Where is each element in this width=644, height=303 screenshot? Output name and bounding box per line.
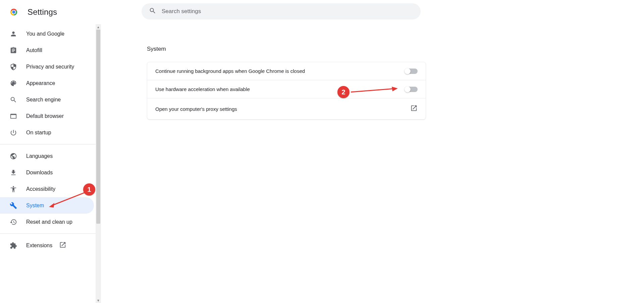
sidebar-item-label: Autofill <box>26 47 42 53</box>
chrome-logo-icon <box>9 7 19 17</box>
toggle-knob <box>405 68 411 74</box>
settings-row-label: Open your computer's proxy settings <box>155 106 237 112</box>
toggle-switch[interactable] <box>405 87 418 92</box>
clipboard-icon <box>9 46 17 54</box>
browser-icon <box>9 112 17 120</box>
sidebar-item-you-and-google[interactable]: You and Google <box>0 26 94 42</box>
globe-icon <box>9 152 17 160</box>
sidebar-container: You and GoogleAutofillPrivacy and securi… <box>0 24 101 303</box>
sidebar-item-system[interactable]: System <box>0 197 94 214</box>
sidebar-item-default-browser[interactable]: Default browser <box>0 108 94 124</box>
sidebar-item-label: Search engine <box>26 97 61 103</box>
sidebar-item-label: System <box>26 203 44 209</box>
sidebar-item-languages[interactable]: Languages <box>0 148 94 164</box>
history-icon <box>9 218 17 226</box>
sidebar-item-label: Default browser <box>26 113 64 119</box>
download-icon <box>9 169 17 177</box>
toggle-knob <box>405 86 411 92</box>
toggle-switch[interactable] <box>405 69 418 74</box>
sidebar-item-on-startup[interactable]: On startup <box>0 124 94 141</box>
person-icon <box>9 30 17 38</box>
sidebar-divider <box>0 144 96 144</box>
sidebar-item-privacy-and-security[interactable]: Privacy and security <box>0 58 94 75</box>
palette-icon <box>9 79 17 87</box>
sidebar-item-label: Appearance <box>26 80 55 86</box>
sidebar-item-label: Reset and clean up <box>26 219 72 225</box>
settings-row-label: Use hardware acceleration when available <box>155 86 250 92</box>
settings-card: Continue running background apps when Go… <box>147 62 426 120</box>
power-icon <box>9 129 17 137</box>
scroll-up-button[interactable]: ▲ <box>96 24 101 30</box>
scroll-down-button[interactable]: ▼ <box>96 298 101 303</box>
settings-row[interactable]: Open your computer's proxy settings <box>147 98 426 119</box>
wrench-icon <box>9 202 17 210</box>
search-input[interactable] <box>162 8 413 15</box>
scroll-thumb[interactable] <box>96 30 100 224</box>
settings-row: Use hardware acceleration when available <box>147 80 426 98</box>
settings-row: Continue running background apps when Go… <box>147 62 426 80</box>
sidebar-item-appearance[interactable]: Appearance <box>0 75 94 91</box>
search-icon <box>9 96 17 104</box>
page-title: Settings <box>28 7 57 17</box>
sidebar-item-extensions[interactable]: Extensions <box>0 237 94 254</box>
shield-icon <box>9 63 17 71</box>
sidebar-item-label: Privacy and security <box>26 64 74 70</box>
sidebar-item-search-engine[interactable]: Search engine <box>0 91 94 108</box>
sidebar-item-reset-and-clean-up[interactable]: Reset and clean up <box>0 214 94 230</box>
sidebar-item-accessibility[interactable]: Accessibility <box>0 181 94 197</box>
main-content: System Continue running background apps … <box>101 24 644 303</box>
settings-row-label: Continue running background apps when Go… <box>155 68 305 74</box>
sidebar-nav: You and GoogleAutofillPrivacy and securi… <box>0 24 96 303</box>
sidebar-item-autofill[interactable]: Autofill <box>0 42 94 58</box>
sidebar-scrollbar[interactable]: ▲ ▼ <box>96 24 101 303</box>
sidebar-item-label: Accessibility <box>26 186 55 192</box>
sidebar-item-downloads[interactable]: Downloads <box>0 164 94 181</box>
section-title: System <box>147 46 644 52</box>
sidebar-item-label: You and Google <box>26 31 64 37</box>
sidebar-item-label: Downloads <box>26 170 53 176</box>
sidebar-item-label: Extensions <box>26 243 52 249</box>
open-external-icon <box>59 241 66 250</box>
sidebar-divider <box>0 233 96 234</box>
accessibility-icon <box>9 185 17 193</box>
sidebar-item-label: Languages <box>26 153 53 159</box>
search-icon <box>149 7 162 16</box>
search-bar[interactable] <box>142 3 421 19</box>
sidebar-item-label: On startup <box>26 130 51 136</box>
extension-icon <box>9 242 17 250</box>
open-external-icon <box>410 104 418 113</box>
